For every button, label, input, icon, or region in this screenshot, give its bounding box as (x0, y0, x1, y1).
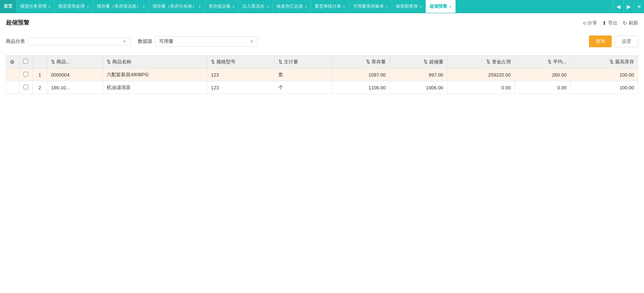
row-spec-0: 123 (207, 68, 275, 81)
nav-batch-ledger[interactable]: 库存批次账 × (205, 0, 239, 13)
th-overstock: ⇅ 超储量 (389, 56, 447, 68)
set-button[interactable]: 设置 (615, 36, 638, 47)
th-gear: ⚙ (6, 56, 19, 68)
close-abnormal[interactable]: × (87, 4, 89, 9)
th-stock: ⇅ 库存量 (332, 56, 390, 68)
export-button[interactable]: ⬆ 导出 (602, 20, 618, 26)
close-order-stats[interactable]: × (343, 4, 345, 9)
row-product-name-1: 机油滤清器 (103, 81, 207, 94)
row-unit-1: 个 (275, 81, 332, 94)
datasource-label: 数据源 (138, 38, 152, 45)
sort-spec-icon[interactable]: ⇅ (211, 59, 215, 64)
close-avail-ledger[interactable]: × (386, 4, 388, 9)
filter-actions: 查询 设置 (589, 36, 638, 47)
close-inout-flow[interactable]: × (266, 4, 268, 9)
export-icon: ⬆ (602, 20, 607, 26)
datasource-select[interactable]: 可用量 ▼ (155, 36, 258, 47)
row-check-1[interactable] (19, 81, 33, 94)
row-stock-1: 1106.00 (332, 81, 390, 94)
gear-icon[interactable]: ⚙ (10, 59, 15, 65)
share-icon: ⎋ (583, 20, 586, 26)
row-max-stock-1: 100.00 (570, 81, 638, 94)
row-gear-0 (6, 68, 19, 81)
page-container: 超储预警 ⎋ 分享 ⬆ 导出 ↻ 刷新 商品分类 ▼ 数据源 (0, 13, 644, 293)
sort-avg-icon[interactable]: ⇅ (548, 59, 552, 64)
th-product-code: ⇅ 商品... (47, 56, 103, 68)
row-unit-0: 套 (275, 68, 332, 81)
row-overstock-1: 1006.00 (389, 81, 447, 94)
category-label: 商品分类 (6, 38, 25, 45)
row-avg-0: 260.00 (515, 68, 570, 81)
th-unit: ⇅ 主计量 (275, 56, 332, 68)
header-row: ⚙ ⇅ 商品... ⇅ 商品名称 ⇅ 规格型号 (6, 56, 638, 68)
row-avg-1: 0.00 (515, 81, 570, 94)
page-title: 超储预警 (6, 19, 29, 27)
close-quality[interactable]: × (420, 4, 422, 9)
top-nav: 首页 拣货任务管理 × 拣货异常处理 × 现存量（库存状况表） × 现存量（库存… (0, 0, 644, 13)
nav-order-stats[interactable]: 要货单统计表 × (311, 0, 349, 13)
category-select[interactable]: ▼ (28, 37, 131, 45)
nav-inout-flow[interactable]: 出入库流水 × (239, 0, 272, 13)
row-product-name-0: 六配套新昌490BPG (103, 68, 207, 81)
nav-abnormal[interactable]: 拣货异常处理 × (55, 0, 93, 13)
nav-collection[interactable]: 收发存汇总表 × (273, 0, 311, 13)
row-overstock-0: 997.00 (389, 68, 447, 81)
close-overstock[interactable]: × (449, 4, 451, 9)
nav-overstock[interactable]: 超储预警 × (426, 0, 455, 13)
table-body: 1 0000004 六配套新昌490BPG 123 套 1097.00 997.… (6, 68, 638, 94)
row-stock-0: 1097.00 (332, 68, 390, 81)
share-button[interactable]: ⎋ 分享 (583, 20, 597, 26)
sort-stock-icon[interactable]: ⇅ (366, 59, 370, 64)
th-spec: ⇅ 规格型号 (207, 56, 275, 68)
table-header: ⚙ ⇅ 商品... ⇅ 商品名称 ⇅ 规格型号 (6, 56, 638, 68)
sort-product-name-icon[interactable]: ⇅ (107, 59, 111, 64)
category-arrow-icon: ▼ (122, 39, 127, 44)
nav-stock-dist[interactable]: 现存量（库存分布表） × (149, 0, 205, 13)
refresh-button[interactable]: ↻ 刷新 (623, 20, 638, 26)
row-gear-1 (6, 81, 19, 94)
th-rownum (33, 56, 47, 68)
nav-quality[interactable]: 保质期查询 × (392, 0, 426, 13)
nav-stock-status[interactable]: 现存量（库存状况表） × (93, 0, 149, 13)
nav-task-mgmt[interactable]: 拣货任务管理 × (17, 0, 55, 13)
datasource-arrow-icon: ▼ (250, 39, 254, 44)
sort-unit-icon[interactable]: ⇅ (278, 59, 282, 64)
nav-avail-ledger[interactable]: 可用量库存账本 × (350, 0, 392, 13)
close-collection[interactable]: × (305, 4, 307, 9)
nav-right-arrow[interactable]: ▶ (623, 0, 634, 13)
close-batch-ledger[interactable]: × (233, 4, 235, 9)
row-num-1: 2 (33, 81, 47, 94)
th-capital: ⇅ 资金占用 (447, 56, 515, 68)
close-stock-status[interactable]: × (143, 4, 145, 9)
th-max-stock: ⇅ 最高库存 (570, 56, 638, 68)
refresh-icon: ↻ (623, 20, 627, 26)
datasource-value: 可用量 (159, 38, 173, 45)
query-button[interactable]: 查询 (589, 36, 612, 47)
nav-left-arrow[interactable]: ◀ (613, 0, 623, 13)
category-filter-group: 商品分类 ▼ (6, 37, 131, 45)
datasource-filter-group: 数据源 可用量 ▼ (138, 36, 258, 47)
th-product-name: ⇅ 商品名称 (103, 56, 207, 68)
row-capital-1: 0.00 (447, 81, 515, 94)
sort-product-code-icon[interactable]: ⇅ (51, 59, 55, 64)
sort-capital-icon[interactable]: ⇅ (486, 59, 490, 64)
sort-max-stock-icon[interactable]: ⇅ (610, 59, 614, 64)
row-checkbox-1[interactable] (23, 85, 28, 89)
sort-overstock-icon[interactable]: ⇅ (424, 59, 428, 64)
row-checkbox-0[interactable] (23, 72, 28, 77)
filter-row: 商品分类 ▼ 数据源 可用量 ▼ 查询 设置 (6, 32, 638, 51)
nav-close-arrow[interactable]: ✕ (634, 0, 644, 13)
row-product-code-1: 186-10... (47, 81, 103, 94)
row-num-0: 1 (33, 68, 47, 81)
select-all-checkbox[interactable] (23, 59, 28, 64)
th-check (19, 56, 33, 68)
nav-arrows: ◀ ▶ ✕ (613, 0, 644, 13)
table-row: 2 186-10... 机油滤清器 123 个 1106.00 1006.00 … (6, 81, 638, 94)
table-row: 1 0000004 六配套新昌490BPG 123 套 1097.00 997.… (6, 68, 638, 81)
close-task-mgmt[interactable]: × (48, 4, 51, 9)
close-stock-dist[interactable]: × (198, 4, 201, 9)
data-table: ⚙ ⇅ 商品... ⇅ 商品名称 ⇅ 规格型号 (6, 55, 638, 94)
nav-home[interactable]: 首页 (0, 0, 17, 13)
row-check-0[interactable] (19, 68, 33, 81)
header-actions: ⎋ 分享 ⬆ 导出 ↻ 刷新 (583, 20, 638, 26)
